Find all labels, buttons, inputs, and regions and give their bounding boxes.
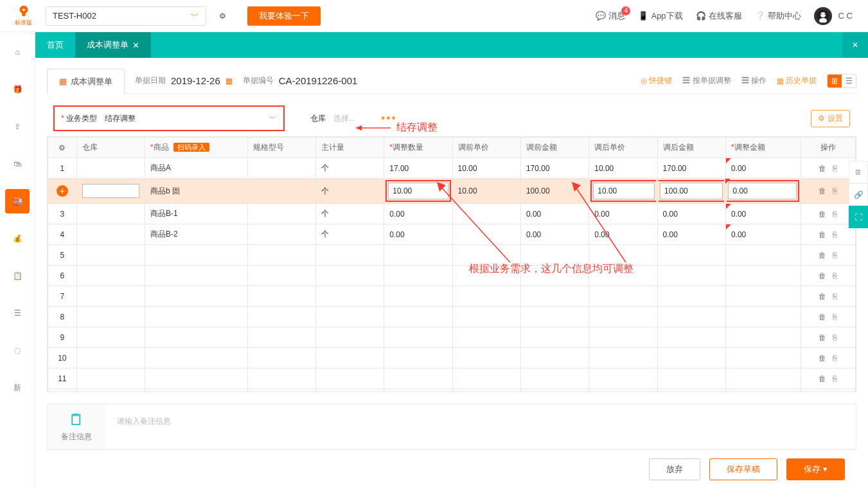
table-row[interactable]: + 商品b 固 个 10.00 10.00 100.00 10.00100.00…: [48, 179, 856, 204]
post-price-cell[interactable]: [589, 266, 657, 286]
wh-cell[interactable]: [76, 204, 145, 224]
qty-cell[interactable]: 0.00: [384, 204, 452, 224]
table-row[interactable]: 4 商品B-2 个 0.00 0.00 0.000.000.00 🗑⎘: [48, 224, 856, 245]
post-amt-cell[interactable]: [657, 286, 725, 307]
table-row[interactable]: 6 🗑⎘: [48, 266, 856, 286]
product-cell[interactable]: 商品B-1: [145, 204, 248, 224]
remarks-input[interactable]: 请输入备注信息: [105, 404, 856, 449]
spec-cell[interactable]: [247, 179, 315, 204]
tab-home[interactable]: 首页: [35, 32, 75, 58]
copy-icon[interactable]: ⎘: [833, 374, 837, 383]
qty-cell[interactable]: 0.00: [384, 224, 452, 245]
view-list-icon[interactable]: ☰: [842, 75, 856, 87]
business-type-select[interactable]: * 业务类型 结存调整 ﹀: [53, 105, 285, 131]
trial-button[interactable]: 我要体验一下: [247, 6, 321, 26]
adj-amt-cell[interactable]: [725, 245, 801, 266]
adj-amt-cell[interactable]: 0.00: [725, 158, 801, 179]
product-cell[interactable]: [145, 266, 248, 286]
qty-input[interactable]: 10.00: [388, 183, 448, 199]
col-gear[interactable]: ⚙: [48, 138, 77, 158]
copy-icon[interactable]: ⎘: [833, 164, 837, 173]
save-draft-button[interactable]: 保存草稿: [709, 458, 777, 480]
qty-cell[interactable]: [384, 368, 452, 389]
table-row[interactable]: 5 🗑⎘: [48, 245, 856, 266]
post-price-cell[interactable]: [589, 245, 657, 266]
adj-amt-cell[interactable]: [725, 266, 801, 286]
rail-new[interactable]: 新: [5, 375, 30, 400]
copy-icon[interactable]: ⎘: [833, 312, 837, 321]
copy-icon[interactable]: ⎘: [833, 251, 837, 260]
post-price-cell[interactable]: 10.00: [589, 158, 657, 179]
post-amt-cell[interactable]: [657, 266, 725, 286]
app-download-button[interactable]: 📱App下载: [638, 10, 682, 22]
rail-home[interactable]: ⌂: [5, 40, 30, 64]
save-button[interactable]: 保存 ▾: [786, 458, 845, 480]
adj-amt-cell[interactable]: 0.00: [725, 224, 801, 245]
support-button[interactable]: 🎧在线客服: [696, 10, 742, 22]
page-tab[interactable]: ▦ 成本调整单: [47, 69, 125, 95]
qty-cell[interactable]: 17.00: [384, 158, 452, 179]
delete-icon[interactable]: 🗑: [819, 354, 826, 363]
wh-cell[interactable]: [76, 179, 145, 204]
post-amt-cell[interactable]: 0.00: [657, 224, 725, 245]
qty-cell[interactable]: [384, 245, 452, 266]
copy-icon[interactable]: ⎘: [833, 210, 837, 219]
delete-icon[interactable]: 🗑: [819, 374, 826, 383]
adj-amt-cell[interactable]: [725, 286, 801, 307]
org-selector[interactable]: TEST-H002 ﹀: [46, 6, 206, 26]
delete-icon[interactable]: 🗑: [819, 186, 826, 195]
adj-amt-cell[interactable]: 0.00: [725, 204, 801, 224]
calendar-icon[interactable]: ▦: [226, 77, 233, 86]
table-row[interactable]: 1 商品A 个 17.00 10.00 170.00 10.00170.000.…: [48, 158, 856, 179]
history-button[interactable]: ▦ 历史单据: [777, 75, 817, 86]
rail-gift[interactable]: 🎁: [5, 77, 30, 102]
operation-button[interactable]: ☰ 操作: [741, 75, 766, 86]
copy-icon[interactable]: ⎘: [833, 186, 837, 195]
table-row[interactable]: 10 🗑⎘: [48, 348, 856, 368]
post-amt-cell[interactable]: [657, 327, 725, 348]
float-expand[interactable]: ⛶: [849, 206, 868, 228]
post-price-cell[interactable]: 0.00: [589, 204, 657, 224]
delete-icon[interactable]: 🗑: [819, 251, 826, 260]
by-doc-button[interactable]: ☰ 按单据调整: [682, 75, 731, 86]
rail-list[interactable]: ☰: [5, 301, 30, 325]
scan-entry-button[interactable]: 扫码录入: [173, 143, 209, 152]
view-grid-icon[interactable]: ⊞: [828, 75, 842, 87]
post-price-cell[interactable]: 0.00: [589, 224, 657, 245]
post-price-cell[interactable]: [589, 368, 657, 389]
spec-cell[interactable]: [247, 245, 315, 266]
help-button[interactable]: ❔帮助中心: [755, 10, 801, 22]
table-row[interactable]: 11 🗑⎘: [48, 368, 856, 389]
post-price-cell[interactable]: [589, 286, 657, 307]
copy-icon[interactable]: ⎘: [833, 292, 837, 301]
product-cell[interactable]: [145, 245, 248, 266]
post-amt-cell[interactable]: 0.00: [657, 204, 725, 224]
wh-cell[interactable]: [76, 368, 145, 389]
qty-cell[interactable]: [384, 266, 452, 286]
product-cell[interactable]: [145, 286, 248, 307]
close-all-tabs[interactable]: ✕: [842, 32, 868, 58]
post-price-cell[interactable]: [589, 327, 657, 348]
product-cell[interactable]: 商品B-2: [145, 224, 248, 245]
post-amt-input[interactable]: 100.00: [660, 183, 723, 199]
column-settings-button[interactable]: ⚙设置: [811, 110, 850, 127]
spec-cell[interactable]: [247, 368, 315, 389]
org-settings-button[interactable]: ⚙: [213, 6, 232, 26]
rail-warehouse[interactable]: 🏭: [5, 189, 30, 213]
wh-cell[interactable]: [76, 327, 145, 348]
post-price-cell[interactable]: [589, 348, 657, 368]
shortcut-button[interactable]: ◎ 快捷键: [641, 75, 672, 86]
abort-button[interactable]: 放弃: [649, 458, 700, 480]
delete-icon[interactable]: 🗑: [819, 271, 826, 280]
qty-cell[interactable]: [384, 327, 452, 348]
copy-icon[interactable]: ⎘: [833, 333, 837, 342]
rail-upload[interactable]: ⇪: [5, 114, 30, 139]
table-row[interactable]: 7 🗑⎘: [48, 286, 856, 307]
wh-cell[interactable]: [76, 286, 145, 307]
view-toggle[interactable]: ⊞ ☰: [827, 74, 856, 88]
spec-cell[interactable]: [247, 286, 315, 307]
post-price-input[interactable]: 10.00: [593, 183, 655, 199]
spec-cell[interactable]: [247, 204, 315, 224]
spec-cell[interactable]: [247, 348, 315, 368]
post-amt-cell[interactable]: [657, 245, 725, 266]
